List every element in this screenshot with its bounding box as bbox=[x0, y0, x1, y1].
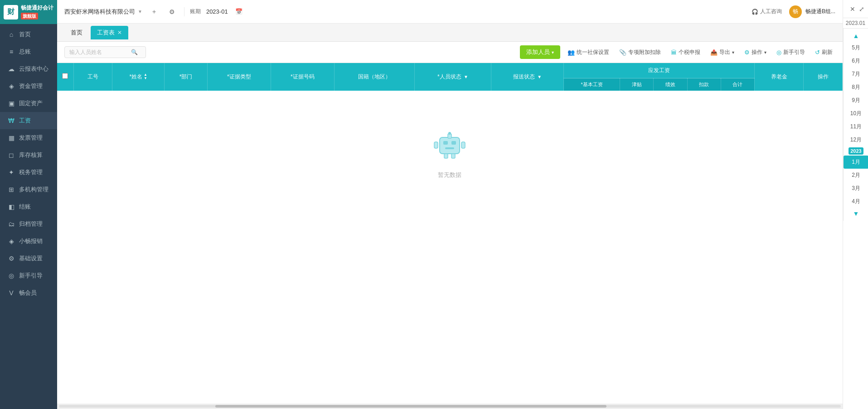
th-checkbox[interactable] bbox=[57, 63, 73, 91]
company-name: 西安虾米网络科技有限公司 bbox=[64, 8, 135, 16]
month-item-12[interactable]: 12月 bbox=[844, 133, 868, 146]
report-status-filter-icon[interactable]: ▼ bbox=[537, 74, 542, 79]
sort-arrows-name[interactable]: ▲▼ bbox=[144, 73, 147, 80]
month-item-4[interactable]: 4月 bbox=[844, 195, 868, 208]
personal-tax-icon: 🏛 bbox=[671, 49, 677, 56]
sidebar-item-ledger[interactable]: ≡ 总账 bbox=[0, 43, 57, 60]
ledger-icon: ≡ bbox=[7, 48, 15, 55]
month-item-5[interactable]: 5月 bbox=[844, 41, 868, 54]
month-item-9[interactable]: 9月 bbox=[844, 94, 868, 107]
panel-expand-button[interactable]: ⤢ bbox=[859, 5, 864, 13]
th-base-salary: *基本工资 bbox=[564, 78, 620, 91]
th-report-status[interactable]: 报送状态 ▼ bbox=[491, 63, 563, 91]
calendar-icon[interactable]: 📅 bbox=[235, 8, 242, 15]
sidebar-item-tax[interactable]: ✦ 税务管理 bbox=[0, 164, 57, 181]
add-person-dropdown-icon: ▾ bbox=[552, 50, 554, 55]
user-avatar: 畅 bbox=[789, 5, 802, 18]
guide-button[interactable]: ◎ 新手引导 bbox=[774, 47, 808, 58]
sidebar-item-fund[interactable]: ◈ 资金管理 bbox=[0, 78, 57, 95]
empty-text: 暂无数据 bbox=[438, 171, 461, 179]
svg-point-5 bbox=[448, 132, 451, 135]
company-settings-button[interactable]: ⚙ bbox=[166, 5, 179, 18]
month-item-7[interactable]: 7月 bbox=[844, 68, 868, 81]
customer-service-button[interactable]: 🎧 人工咨询 bbox=[752, 8, 782, 15]
sidebar-item-home[interactable]: ⌂ 首页 bbox=[0, 26, 57, 43]
empty-state: 暂无数据 bbox=[57, 91, 843, 215]
bottom-scrollbar[interactable] bbox=[57, 404, 843, 409]
th-name[interactable]: *姓名 ▲▼ bbox=[112, 63, 165, 91]
company-dropdown-icon: ▼ bbox=[138, 9, 142, 14]
sidebar-item-multi-org[interactable]: ⊞ 多机构管理 bbox=[0, 181, 57, 198]
sidebar-item-close[interactable]: ◧ 结账 bbox=[0, 198, 57, 215]
sidebar-item-fixed-assets[interactable]: ▣ 固定资产 bbox=[0, 95, 57, 112]
sidebar-item-label: 税务管理 bbox=[19, 168, 43, 176]
home-icon: ⌂ bbox=[7, 31, 15, 38]
sidebar-item-archive[interactable]: 🗂 归档管理 bbox=[0, 215, 57, 233]
sidebar-item-label: 归档管理 bbox=[19, 220, 43, 228]
sidebar-nav: ⌂ 首页 ≡ 总账 ☁ 云报表中心 ◈ 资金管理 ▣ 固定资产 ₩ 工资 ▦ 发… bbox=[0, 24, 57, 409]
month-item-8[interactable]: 8月 bbox=[844, 81, 868, 94]
personal-tax-button[interactable]: 🏛 个税申报 bbox=[668, 47, 703, 58]
sidebar-item-expense[interactable]: ◈ 小畅报销 bbox=[0, 233, 57, 250]
th-performance: 绩效 bbox=[654, 78, 687, 91]
refresh-icon: ↺ bbox=[815, 49, 820, 56]
header-divider bbox=[184, 7, 184, 16]
special-deduction-button[interactable]: 📎 专项附加扣除 bbox=[616, 47, 664, 58]
year-badge: 2023 bbox=[849, 147, 863, 155]
th-dept: *部门 bbox=[165, 63, 207, 91]
sidebar-item-label: 云报表中心 bbox=[19, 65, 48, 73]
th-id-type: *证据类型 bbox=[207, 63, 271, 91]
sidebar-item-label: 库存核算 bbox=[19, 151, 43, 159]
status-filter-icon[interactable]: ▼ bbox=[464, 74, 468, 79]
add-company-button[interactable]: ＋ bbox=[148, 5, 160, 18]
th-id-no: *证据号码 bbox=[271, 63, 334, 91]
sidebar-item-cloud-report[interactable]: ☁ 云报表中心 bbox=[0, 60, 57, 78]
company-selector[interactable]: 西安虾米网络科技有限公司 ▼ bbox=[64, 8, 142, 16]
export-dropdown-icon: ▾ bbox=[732, 50, 734, 55]
operations-icon: ⚙ bbox=[744, 49, 750, 56]
sidebar-item-salary[interactable]: ₩ 工资 bbox=[0, 112, 57, 129]
search-input[interactable] bbox=[69, 49, 128, 55]
panel-header: ✕ ⤢ bbox=[843, 0, 868, 18]
month-item-10[interactable]: 10月 bbox=[844, 107, 868, 120]
panel-close-button[interactable]: ✕ bbox=[850, 5, 855, 13]
tab-close-icon[interactable]: ✕ bbox=[117, 29, 122, 36]
month-item-3[interactable]: 3月 bbox=[844, 182, 868, 195]
export-button[interactable]: 📤 导出 ▾ bbox=[708, 47, 737, 58]
logo-text: 畅捷通好会计 旗舰版 bbox=[21, 5, 53, 19]
scroll-up-arrow[interactable]: ▲ bbox=[851, 30, 861, 41]
sidebar-item-inventory[interactable]: ◻ 库存核算 bbox=[0, 146, 57, 164]
archive-icon: 🗂 bbox=[7, 220, 15, 228]
month-item-6[interactable]: 6月 bbox=[844, 54, 868, 68]
year-panel-wrapper: ✕ ⤢ 2023.01 ▲ 5月 6月 7月 8月 9月 10月 11月 12月… bbox=[843, 0, 868, 409]
tab-salary-table[interactable]: 工资表 ✕ bbox=[91, 26, 128, 39]
social-security-button[interactable]: 👥 统一社保设置 bbox=[565, 47, 612, 58]
th-deduction: 扣款 bbox=[687, 78, 721, 91]
sidebar-item-member[interactable]: V 畅会员 bbox=[0, 284, 57, 302]
sidebar-item-invoice[interactable]: ▦ 发票管理 bbox=[0, 129, 57, 146]
sidebar-item-guide[interactable]: ◎ 新手引导 bbox=[0, 267, 57, 284]
th-status[interactable]: *人员状态 ▼ bbox=[414, 63, 491, 91]
expense-icon: ◈ bbox=[7, 238, 15, 245]
scrollbar-track bbox=[59, 405, 841, 408]
month-item-1[interactable]: 1月 bbox=[844, 156, 868, 169]
search-input-wrapper[interactable]: 🔍 bbox=[64, 46, 146, 58]
sidebar-item-label: 发票管理 bbox=[19, 134, 43, 142]
month-item-2[interactable]: 2月 bbox=[844, 169, 868, 182]
user-info: 畅 畅捷通B组... bbox=[789, 5, 835, 18]
sidebar-item-settings[interactable]: ⚙ 基础设置 bbox=[0, 250, 57, 267]
member-icon: V bbox=[7, 289, 15, 297]
toolbar-right: 添加人员 ▾ 👥 统一社保设置 📎 专项附加扣除 🏛 个税申报 📤 导出 ▾ bbox=[520, 45, 835, 59]
month-item-11[interactable]: 11月 bbox=[844, 120, 868, 133]
add-person-button[interactable]: 添加人员 ▾ bbox=[520, 45, 560, 59]
tab-home[interactable]: 首页 bbox=[64, 26, 89, 39]
fund-icon: ◈ bbox=[7, 83, 15, 90]
service-label: 人工咨询 bbox=[760, 8, 782, 15]
scroll-down-arrow[interactable]: ▼ bbox=[851, 208, 861, 219]
guide-icon: ◎ bbox=[7, 272, 15, 279]
main-content: 西安虾米网络科技有限公司 ▼ ＋ ⚙ 账期 2023-01 📅 🎧 人工咨询 畅… bbox=[57, 0, 843, 409]
salary-icon: ₩ bbox=[7, 117, 15, 124]
refresh-button[interactable]: ↺ 刷新 bbox=[812, 47, 835, 58]
select-all-checkbox[interactable] bbox=[62, 73, 68, 79]
operations-button[interactable]: ⚙ 操作 ▾ bbox=[742, 47, 769, 58]
